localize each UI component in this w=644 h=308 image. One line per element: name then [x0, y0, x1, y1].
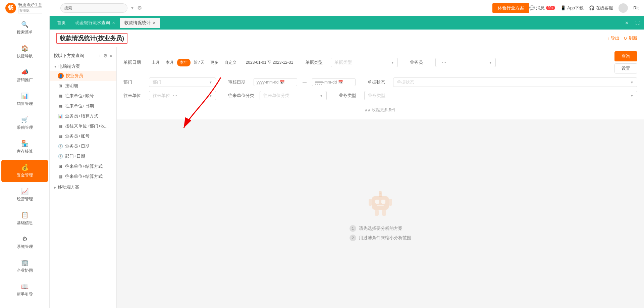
tab-maximize[interactable]: ⛶: [633, 19, 641, 27]
collection-tab-label: 收款情况统计: [124, 20, 151, 26]
scheme-item-unit-account-label: 往来单位+账号: [65, 93, 94, 99]
sidebar-item-quicknav[interactable]: 🏠 快捷导航: [1, 41, 48, 63]
scheme-item-unit-date[interactable]: ▦ 往来单位+日期: [50, 101, 116, 111]
page-actions: ↑ 导出 ↻ 刷新: [607, 35, 638, 41]
counterparty-type-arrow: ▼: [320, 94, 323, 98]
sidebar-item-hardware[interactable]: 💻 智能硬件: [1, 303, 48, 308]
scheme-item-sales-date[interactable]: 🕐 业务员+日期: [50, 141, 116, 151]
tab-cashflow[interactable]: 现金银行流水查询 ✕: [70, 18, 120, 28]
date-tab-custom[interactable]: 自定义: [222, 59, 239, 66]
top-header: 畅 畅捷通好生意 标准版 ▼ ⚙ 体验行业方案 💬 消息 99+ 📱 App下载…: [0, 0, 644, 16]
bill-status-label: 单据状态: [368, 79, 388, 85]
trial-button[interactable]: 体验行业方案: [492, 3, 529, 13]
scheme-header-actions: + ⚙ «: [99, 53, 112, 58]
scheme-item-unit-settlement1[interactable]: ⊞ 往来单位+结算方式: [50, 161, 116, 171]
dropdown-icon[interactable]: ▼: [130, 5, 135, 10]
sidebar-item-inventory[interactable]: 🏪 库存核算: [1, 136, 48, 158]
collapse-button[interactable]: ∧∧ 收起更多条件: [123, 104, 637, 115]
date-tab-thismonth[interactable]: 本月: [163, 59, 176, 66]
date-tab-more[interactable]: 更多: [208, 59, 221, 66]
bill-type-select[interactable]: 单据类型 ▼: [331, 58, 398, 67]
date-range: 2023-01-01 至 2023-12-31: [246, 60, 293, 65]
collapse-label: 收起更多条件: [372, 107, 396, 113]
filter-row-2: 部门 部门 ▼ 审核日期 yyyy-mm-dd 📅 — yyyy-mm-dd: [123, 78, 637, 87]
scheme-item-sales-payment-label: 业务员+结算方式: [65, 113, 98, 119]
sidebar-item-search[interactable]: 🔍 搜索菜单: [1, 17, 48, 39]
scheme-group-pc-title[interactable]: ▼ 电脑端方案: [50, 62, 116, 71]
date-tab-thisyear[interactable]: 本年: [177, 59, 191, 66]
tab-close-all[interactable]: ✕: [623, 19, 631, 27]
scheme-item-sales-account[interactable]: ▦ 业务员+账号: [50, 131, 116, 141]
tab-home[interactable]: 首页: [52, 18, 70, 28]
tip-item-2: 2 用过滤条件来缩小分析范围: [350, 235, 411, 241]
business-type-value: 业务类型: [368, 93, 385, 99]
svg-rect-6: [369, 199, 372, 206]
bill-status-select[interactable]: 单据状态 ▼: [393, 78, 637, 87]
scheme-item-unit-account[interactable]: ▦ 往来单位+账号: [50, 91, 116, 101]
business-type-select[interactable]: 业务类型 ▼: [364, 91, 637, 100]
app-download-action[interactable]: 📱 App下载: [560, 5, 584, 11]
scheme-item-sales-payment[interactable]: 📊 业务员+结算方式: [50, 111, 116, 121]
sidebar-item-purchase[interactable]: 🛒 采购管理: [1, 112, 48, 135]
sidebar-item-operations[interactable]: 📈 经营管理: [1, 184, 48, 206]
sidebar-item-basic[interactable]: 📋 基础信息: [1, 207, 48, 230]
message-action[interactable]: 💬 消息 99+: [529, 5, 555, 11]
scheme-group-mobile-title[interactable]: ▶ 移动端方案: [50, 183, 116, 192]
counterparty-label: 往来单位: [123, 93, 144, 99]
sidebar-item-sales[interactable]: 📊 销售管理: [1, 88, 48, 111]
svg-rect-1: [375, 200, 379, 204]
scheme-item-dept-date[interactable]: 🕐 部门+日期: [50, 151, 116, 161]
export-button[interactable]: ↑ 导出: [607, 35, 620, 41]
bill-status-arrow: ▼: [630, 81, 634, 84]
filter-settings-button[interactable]: 设置: [614, 63, 637, 73]
refresh-button[interactable]: ↻ 刷新: [624, 35, 637, 41]
scheme-settings-btn[interactable]: ⚙: [103, 53, 108, 58]
user-avatar[interactable]: [619, 3, 628, 13]
date-tab-7days[interactable]: 近7天: [191, 59, 207, 66]
logo-area: 畅 畅捷通好生意 标准版: [5, 2, 55, 14]
logo-badge: 标准版: [18, 7, 42, 13]
sidebar-item-enterprise[interactable]: 🏢 企业协同: [1, 255, 48, 277]
sidebar-label-purchase: 采购管理: [17, 125, 33, 131]
tip-num-2: 2: [350, 235, 356, 241]
salesman-more[interactable]: ···: [440, 59, 447, 65]
salesman-select[interactable]: ··· ▼: [435, 58, 496, 67]
megaphone-icon: 📣: [21, 68, 29, 76]
sales-payment-icon: 📊: [58, 113, 63, 119]
counterparty-arrow: ▼: [209, 94, 212, 98]
scheme-item-detail[interactable]: ⊞ 按明细: [50, 81, 116, 91]
counterparty-type-select[interactable]: 往来单位分类 ▼: [260, 91, 327, 100]
filter-row-3: 往来单位 往来单位 ··· ▼ 往来单位分类 往来单位分类 ▼ 业务类型: [123, 91, 637, 100]
department-arrow: ▼: [209, 81, 212, 84]
department-select[interactable]: 部门 ▼: [149, 78, 216, 87]
empty-tips: 1 请先选择要分析的方案 2 用过滤条件来缩小分析范围: [350, 225, 411, 241]
tab-collection[interactable]: 收款情况统计 ✕: [120, 18, 160, 28]
audit-date-to[interactable]: yyyy-mm-dd 📅: [312, 78, 356, 86]
sidebar-item-guide[interactable]: 📖 新手引导: [1, 279, 48, 301]
counterparty-more[interactable]: ···: [171, 93, 178, 99]
date-tab-lastmonth[interactable]: 上月: [149, 59, 162, 66]
search-input[interactable]: [60, 3, 127, 13]
sidebar-item-system[interactable]: ⚙ 系统管理: [1, 231, 48, 254]
sidebar-item-marketing[interactable]: 📣 营销推广: [1, 64, 48, 87]
inventory-icon: 🏪: [21, 140, 29, 147]
online-service-action[interactable]: 🎧 在线客服: [589, 5, 613, 11]
scheme-item-detail-label: 按明细: [65, 83, 78, 89]
scheme-item-unit-settlement2[interactable]: ▦ 往来单位+结算方式: [50, 171, 116, 182]
scheme-add-btn[interactable]: +: [99, 53, 101, 58]
scheme-item-salesman[interactable]: 👤 按业务员: [50, 71, 116, 81]
audit-date-from[interactable]: yyyy-mm-dd 📅: [254, 78, 297, 86]
cashflow-tab-close[interactable]: ✕: [112, 21, 115, 25]
empty-illustration: [364, 186, 397, 220]
query-button[interactable]: 查询: [614, 51, 637, 61]
settings-icon[interactable]: ⚙: [137, 5, 142, 11]
sidebar-label-search: 搜索菜单: [17, 30, 33, 35]
counterparty-select[interactable]: 往来单位 ··· ▼: [149, 91, 216, 100]
bill-type-label: 单据类型: [305, 59, 325, 65]
collection-tab-close[interactable]: ✕: [153, 21, 156, 25]
scheme-collapse-btn[interactable]: «: [110, 53, 112, 58]
scheme-item-unit-dept[interactable]: ▦ 按往来单位+部门+收...: [50, 121, 116, 131]
sales-icon: 📊: [21, 92, 29, 100]
sidebar-item-finance[interactable]: 💰 资金管理: [1, 160, 48, 182]
counterparty-type-value: 往来单位分类: [263, 93, 289, 99]
